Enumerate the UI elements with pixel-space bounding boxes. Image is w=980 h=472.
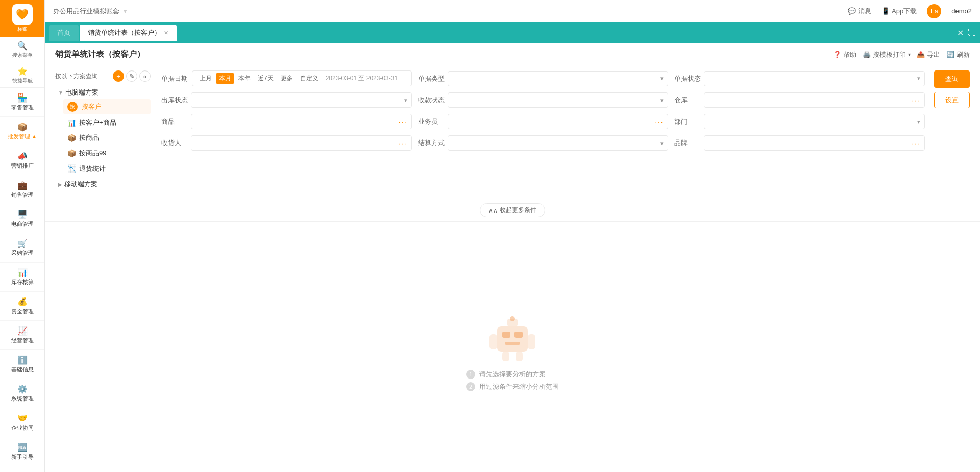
svg-rect-3 (505, 342, 520, 345)
edit-scheme-button[interactable]: ✎ (126, 70, 137, 82)
username-text[interactable]: demo2 (951, 7, 972, 15)
filter-goods-item: 商品 ··· (161, 114, 412, 129)
svg-rect-1 (502, 332, 510, 338)
sidebar-item-apps[interactable]: 📱 应用中心 (0, 466, 44, 472)
page-header: 销货单统计表（按客户） ❓ 帮助 🖨️ 按模板打印 ▾ 📤 导出 🔄 刷新 (45, 43, 980, 64)
refresh-button[interactable]: 🔄 刷新 (946, 50, 970, 59)
staff-select[interactable]: ··· (448, 114, 669, 129)
tree-leaf-customer-goods[interactable]: 📊 按客户+商品 (63, 115, 151, 130)
sidebar-item-finance[interactable]: 💰 资金管理 (0, 292, 44, 321)
tree-desktop-label[interactable]: ▼ 电脑端方案 (55, 86, 151, 99)
app-logo[interactable]: 🧡 标账 (0, 0, 44, 37)
customer-goods-icon: 📊 (67, 119, 76, 127)
svg-rect-0 (497, 326, 528, 352)
docstatus-select[interactable]: ▾ (704, 71, 925, 86)
sidebar-label-newbie: 新手引导 (11, 453, 34, 461)
export-button[interactable]: 📤 导出 (917, 50, 940, 59)
sidebar: 🧡 标账 🔍 搜索菜单 ⭐ 快捷导航 🏪 零售管理 📦 批发管理 ▲ 📣 营销推… (0, 0, 45, 472)
dept-select[interactable]: ▾ (704, 114, 925, 129)
sidebar-item-wholesale[interactable]: 📦 批发管理 ▲ (0, 117, 44, 146)
sidebar-item-marketing[interactable]: 📣 营销推广 (0, 146, 44, 175)
sidebar-item-label-search: 搜索菜单 (12, 52, 33, 59)
tab-close-icon[interactable]: ✕ (164, 30, 168, 36)
enterprise-icon: 🤝 (17, 413, 28, 423)
empty-hint-2: 2 用过滤条件来缩小分析范围 (466, 382, 559, 391)
receiptstatus-arrow-icon: ▾ (660, 97, 664, 104)
filter-row-4: 收货人 ··· 结算方式 ▾ (161, 135, 925, 151)
goods-select[interactable]: ··· (191, 114, 412, 129)
outstatus-select[interactable]: ▾ (191, 92, 412, 108)
empty-hint-1: 1 请先选择要分析的方案 (466, 370, 559, 379)
tab-report[interactable]: 销货单统计表（按客户） ✕ (80, 25, 177, 41)
app-download-button[interactable]: 📱 App下载 (881, 7, 917, 16)
sidebar-item-sales[interactable]: 💼 销售管理 (0, 175, 44, 204)
tab-maximize-icon[interactable]: ⛶ (968, 28, 976, 37)
tree-leaf-by-customer[interactable]: 按 按客户 (63, 99, 151, 114)
sidebar-item-system[interactable]: ⚙️ 系统管理 (0, 379, 44, 408)
sidebar-label-wholesale: 批发管理 ▲ (8, 133, 37, 140)
sidebar-item-operation[interactable]: 📈 经营管理 (0, 321, 44, 350)
template-print-button[interactable]: 🖨️ 按模板打印 ▾ (863, 50, 911, 59)
consignee-label: 收货人 (161, 138, 187, 148)
print-icon: 🖨️ (863, 51, 871, 58)
sidebar-label-inventory: 库存核算 (11, 278, 34, 286)
date-tab-last-month[interactable]: 上月 (197, 73, 215, 84)
user-avatar[interactable]: Ea (927, 4, 941, 18)
receiptstatus-select[interactable]: ▾ (448, 92, 669, 108)
settings-button[interactable]: 设置 (934, 92, 970, 108)
svg-point-5 (510, 316, 515, 321)
tree-leaf-goods99-label: 按商品99 (79, 149, 106, 158)
help-button[interactable]: ❓ 帮助 (833, 50, 856, 59)
doctype-select[interactable]: ▾ (448, 71, 669, 86)
warehouse-select[interactable]: ··· (704, 92, 925, 108)
add-scheme-button[interactable]: + (113, 70, 124, 82)
outstatus-label: 出库状态 (161, 96, 187, 105)
brand-select[interactable]: ··· (704, 135, 925, 151)
goods-label: 商品 (161, 117, 187, 126)
message-button[interactable]: 💬 消息 (848, 7, 871, 16)
sidebar-item-enterprise[interactable]: 🤝 企业协同 (0, 408, 44, 437)
tree-mobile-label[interactable]: ▶ 移动端方案 (55, 178, 151, 191)
svg-rect-7 (528, 334, 535, 349)
date-tab-7days[interactable]: 近7天 (255, 73, 277, 84)
tree-desktop-group: ▼ 电脑端方案 按 按客户 📊 按客户+商品 (55, 86, 151, 176)
tree-leaf-return-stats[interactable]: 📉 退货统计 (63, 161, 151, 176)
outstatus-arrow-icon: ▾ (404, 97, 407, 104)
sidebar-item-newbie[interactable]: 🆕 新手引导 (0, 437, 44, 466)
tree-leaf-by-goods99[interactable]: 📦 按商品99 (63, 146, 151, 160)
settlement-select[interactable]: ▾ (448, 135, 669, 151)
date-range-text: 2023-03-01 至 2023-03-31 (326, 74, 398, 83)
hint-text-1: 请先选择要分析的方案 (479, 370, 546, 379)
settlement-arrow-icon: ▾ (660, 140, 664, 147)
collapse-scheme-button[interactable]: « (139, 70, 151, 82)
tab-close-window-icon[interactable]: ✕ (957, 28, 964, 38)
collapse-conditions-button[interactable]: ∧∧ 收起更多条件 (480, 203, 545, 217)
sidebar-item-purchase[interactable]: 🛒 采购管理 (0, 233, 44, 263)
date-tab-this-month[interactable]: 本月 (216, 73, 234, 84)
tree-leaf-by-goods[interactable]: 📦 按商品 (63, 131, 151, 145)
sidebar-item-ecommerce[interactable]: 🖥️ 电商管理 (0, 204, 44, 233)
page-content: 销货单统计表（按客户） ❓ 帮助 🖨️ 按模板打印 ▾ 📤 导出 🔄 刷新 (45, 43, 980, 472)
date-tab-this-year[interactable]: 本年 (235, 73, 254, 84)
tree-mobile-text: 移动端方案 (64, 180, 97, 189)
empty-state: 1 请先选择要分析的方案 2 用过滤条件来缩小分析范围 (45, 222, 980, 472)
sidebar-item-quicknav[interactable]: ⭐ 快捷导航 (0, 63, 44, 88)
date-tab-custom[interactable]: 自定义 (297, 73, 322, 84)
sidebar-label-ecommerce: 电商管理 (11, 220, 34, 228)
docstatus-label: 单据状态 (674, 74, 700, 83)
active-dot-icon: 按 (67, 102, 78, 112)
consignee-select[interactable]: ··· (191, 135, 412, 151)
tab-home[interactable]: 首页 (49, 25, 79, 41)
sidebar-item-retail[interactable]: 🏪 零售管理 (0, 88, 44, 117)
filter-dept-item: 部门 ▾ (674, 114, 925, 129)
search-icon: 🔍 (17, 41, 28, 51)
sidebar-item-basicinfo[interactable]: ℹ️ 基础信息 (0, 350, 44, 379)
query-button[interactable]: 查询 (934, 70, 970, 88)
logo-text: 标账 (17, 26, 28, 33)
sidebar-item-inventory[interactable]: 📊 库存核算 (0, 263, 44, 292)
filter-form: 单据日期 上月 本月 本年 近7天 更多 (161, 70, 925, 193)
filter-staff-item: 业务员 ··· (418, 114, 669, 129)
date-picker[interactable]: 上月 本月 本年 近7天 更多 自定义 2023-03-01 至 2023-03… (192, 70, 412, 86)
date-tab-more[interactable]: 更多 (278, 73, 296, 84)
sidebar-item-search[interactable]: 🔍 搜索菜单 (0, 37, 44, 63)
